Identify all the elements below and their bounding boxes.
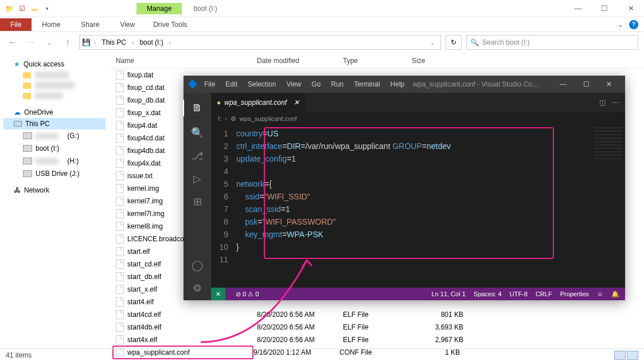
refresh-button[interactable]: ↻ <box>446 35 462 50</box>
search-input[interactable]: 🔍 Search boot (I:) <box>466 35 638 50</box>
file-modified: 8/20/2020 6:56 AM <box>257 323 343 331</box>
pc-icon <box>14 121 22 127</box>
more-actions-icon[interactable]: ⋯ <box>612 99 619 107</box>
encoding[interactable]: UTF-8 <box>510 291 528 297</box>
sidebar-item-boot-i[interactable]: boot (I:) <box>3 142 106 155</box>
vscode-maximize-button[interactable]: ☐ <box>575 80 598 88</box>
sidebar-item-onedrive[interactable]: ☁OneDrive <box>3 107 106 118</box>
problems-indicator[interactable]: ⊘ 0 ⚠ 0 <box>236 291 259 298</box>
help-icon[interactable]: ? <box>629 20 638 29</box>
editor-tab-active[interactable]: ● wpa_supplicant.conf ✕ <box>211 93 305 112</box>
file-name: fixup4.dat <box>127 121 157 130</box>
vscode-close-button[interactable]: ✕ <box>598 80 620 88</box>
menu-terminal[interactable]: Terminal <box>350 80 383 88</box>
view-tab[interactable]: View <box>110 18 145 31</box>
remote-indicator-icon[interactable]: ✕ <box>211 288 225 300</box>
extensions-icon[interactable]: ⊞ <box>193 195 202 208</box>
address-dropdown-icon[interactable]: ⌄ <box>427 40 438 46</box>
indentation[interactable]: Spaces: 4 <box>474 291 502 297</box>
menu-edit[interactable]: Edit <box>222 80 241 88</box>
onedrive-icon: ☁ <box>14 108 21 116</box>
editor-area: ● wpa_supplicant.conf ✕ ◫ ⋯ I: › ⚙ wpa_s… <box>211 93 625 300</box>
file-type: ELF File <box>343 323 412 331</box>
file-icon <box>116 171 124 180</box>
menu-run[interactable]: Run <box>327 80 347 88</box>
menu-help[interactable]: Help <box>387 80 408 88</box>
view-large-icon[interactable] <box>627 351 638 360</box>
sidebar: ★Quick access ☁OneDrive This PC (G:) boo… <box>0 53 109 348</box>
search-icon[interactable]: 🔍 <box>191 127 204 139</box>
modified-indicator-icon: ● <box>217 99 221 107</box>
sidebar-item-quick-access[interactable]: ★Quick access <box>3 58 106 70</box>
breadcrumb-bar[interactable]: I: › ⚙ wpa_supplicant.conf <box>211 112 625 125</box>
file-row[interactable]: start4x.elf8/20/2020 6:56 AMELF File2,96… <box>109 333 644 346</box>
file-icon <box>116 146 124 155</box>
language-mode[interactable]: Properties <box>560 291 589 297</box>
qat-open-folder-icon[interactable]: ▬ <box>30 4 39 13</box>
file-row[interactable]: start4db.elf8/20/2020 6:56 AMELF File3,6… <box>109 321 644 333</box>
file-row[interactable]: start4cd.elf8/20/2020 6:56 AMELF File801… <box>109 308 644 321</box>
back-button[interactable]: ← <box>6 36 19 49</box>
source-control-icon[interactable]: ⎇ <box>192 150 204 162</box>
breadcrumb-root[interactable]: This PC <box>99 38 128 46</box>
file-icon <box>116 83 124 92</box>
editor-tabs: ● wpa_supplicant.conf ✕ ◫ ⋯ <box>211 93 625 112</box>
menu-file[interactable]: File <box>201 80 218 88</box>
manage-tab[interactable]: Manage <box>136 3 182 14</box>
menu-go[interactable]: Go <box>308 80 324 88</box>
home-tab[interactable]: Home <box>32 18 71 31</box>
sidebar-item-this-pc[interactable]: This PC <box>3 118 106 130</box>
up-button[interactable]: ↑ <box>61 36 75 49</box>
vscode-title-bar[interactable]: File Edit Selection View Go Run Terminal… <box>184 76 625 93</box>
sidebar-item-usb-j[interactable]: USB Drive (J:) <box>3 167 106 180</box>
ribbon-expand-icon[interactable]: ⌄ <box>618 21 629 29</box>
cursor-position[interactable]: Ln 11, Col 1 <box>431 291 465 297</box>
minimap[interactable] <box>594 127 623 162</box>
file-icon <box>116 209 124 218</box>
forward-button[interactable]: → <box>24 36 38 49</box>
qat-dropdown-icon[interactable]: ▾ <box>42 4 52 13</box>
close-button[interactable]: ✕ <box>618 0 644 17</box>
settings-icon[interactable]: ⚙ <box>193 282 202 295</box>
column-headers[interactable]: Name Date modified Type Size <box>109 53 644 69</box>
sidebar-item-pinned[interactable] <box>3 70 106 80</box>
address-bar[interactable]: 💾 › This PC › boot (I:) › ⌄ <box>79 35 441 50</box>
menu-selection[interactable]: Selection <box>244 80 279 88</box>
code-lines[interactable]: country=USctrl_interface=DIR=/var/run/wp… <box>236 125 591 288</box>
file-icon <box>116 96 124 105</box>
explorer-icon[interactable]: 🗎 <box>183 100 210 116</box>
sidebar-item-pinned[interactable] <box>3 91 106 101</box>
split-editor-icon[interactable]: ◫ <box>599 99 606 107</box>
qat-properties-icon[interactable]: ☑ <box>17 4 26 13</box>
notifications-icon[interactable]: 🔔 <box>611 291 619 298</box>
minimize-button[interactable]: — <box>565 0 591 17</box>
drive-tools-tab[interactable]: Drive Tools <box>145 18 195 31</box>
drive-icon: 💾 <box>82 38 91 46</box>
file-name: fixup4db.dat <box>127 147 165 155</box>
file-tab[interactable]: File <box>0 18 32 31</box>
code-editor[interactable]: 1234567891011 country=USctrl_interface=D… <box>211 125 625 288</box>
qat-new-folder-icon[interactable]: 📁 <box>5 4 14 13</box>
file-modified: 8/20/2020 6:56 AM <box>257 336 343 344</box>
feedback-icon[interactable]: ☺ <box>597 291 603 297</box>
breadcrumb-current[interactable]: boot (I:) <box>137 38 165 46</box>
eol[interactable]: CRLF <box>536 291 552 297</box>
view-details-icon[interactable] <box>614 351 626 360</box>
status-bar: 41 items <box>0 348 644 361</box>
menu-view[interactable]: View <box>283 80 305 88</box>
run-debug-icon[interactable]: ▷ <box>193 172 201 185</box>
sidebar-item-drive-g[interactable]: (G:) <box>3 130 106 142</box>
file-name: start_x.elf <box>127 285 157 293</box>
account-icon[interactable]: ◯ <box>192 259 203 272</box>
sidebar-item-pinned[interactable] <box>3 80 106 91</box>
file-icon <box>116 159 124 168</box>
recent-dropdown-icon[interactable]: ⌄ <box>42 36 56 49</box>
drive-icon <box>23 144 32 153</box>
tab-close-icon[interactable]: ✕ <box>294 99 299 107</box>
maximize-button[interactable]: ☐ <box>591 0 618 17</box>
sidebar-item-network[interactable]: 🖧Network <box>3 185 106 196</box>
vscode-minimize-button[interactable]: — <box>552 80 575 88</box>
sidebar-item-drive-h[interactable]: (H:) <box>3 155 106 167</box>
folder-icon <box>23 83 31 89</box>
share-tab[interactable]: Share <box>71 18 110 31</box>
